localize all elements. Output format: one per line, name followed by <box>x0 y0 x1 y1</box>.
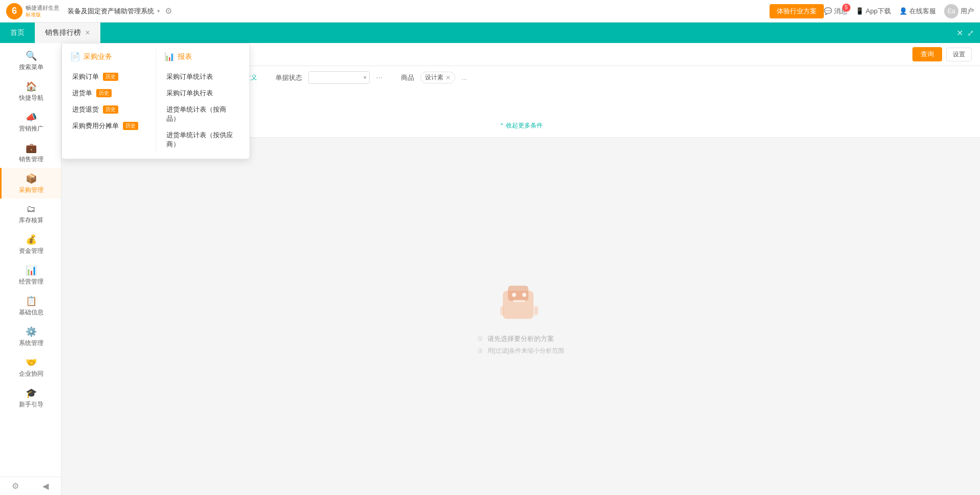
return-goods-hist-badge: 历史 <box>103 105 118 114</box>
trial-button[interactable]: 体验行业方案 <box>770 4 824 18</box>
incoming-order-hist-badge: 历史 <box>96 89 112 97</box>
product-more-dots[interactable]: ... <box>461 74 467 81</box>
svg-rect-5 <box>500 306 504 315</box>
sales-icon: 💼 <box>26 142 37 154</box>
purchase-section-title: 📄 采购业务 <box>70 50 147 63</box>
sidebar-bottom: ⚙ ◀ <box>0 477 61 495</box>
service-nav-item[interactable]: 👤 在线客服 <box>899 7 936 16</box>
purchase-order-hist-badge: 历史 <box>103 73 118 81</box>
sidebar-collapse-btn[interactable]: ◀ <box>31 481 61 491</box>
incoming-stats-supplier-item[interactable]: 进货单统计表（按供应商） <box>164 127 242 153</box>
empty-illustration <box>498 281 544 327</box>
sidebar-item-finance[interactable]: 💰 资金管理 <box>0 229 61 260</box>
system-title-text: 装备及固定资产辅助管理系统 <box>68 7 154 16</box>
purchase-expense-item[interactable]: 采购费用分摊单 历史 <box>70 118 147 134</box>
incoming-order-item[interactable]: 进货单 历史 <box>70 85 147 101</box>
purchase-section: 📄 采购业务 采购订单 历史 进货单 历史 进货退货 历史 采购费用分摊单 历史 <box>62 50 156 153</box>
message-nav-item[interactable]: 💬 消息 5 <box>824 7 847 16</box>
user-nav-item[interactable]: Ea 用户 <box>944 4 974 18</box>
sidebar: 🔍 搜索菜单 🏠 快捷导航 📣 营销推广 💼 销售管理 📦 采购管理 🗂 库存核… <box>0 43 61 495</box>
svg-point-3 <box>522 293 526 297</box>
sidebar-item-inventory[interactable]: 🗂 库存核算 <box>0 199 61 229</box>
voucher-status-label: 单据状态 <box>275 73 302 82</box>
purchase-section-icon: 📄 <box>70 52 80 61</box>
inventory-icon: 🗂 <box>27 204 36 214</box>
report-section: 📊 报表 采购订单统计表 采购订单执行表 进货单统计表（按商品） 进货单统计表（… <box>156 50 250 153</box>
report-section-icon: 📊 <box>164 52 175 61</box>
svg-point-2 <box>512 293 516 297</box>
product-tag-close-icon[interactable]: ✕ <box>445 74 451 81</box>
settings-small-button[interactable]: 设置 <box>946 48 972 61</box>
collapse-icon: ⌃ <box>499 122 504 130</box>
settings-icon[interactable]: ⚙ <box>165 6 172 16</box>
basic-icon: 📋 <box>26 295 37 307</box>
sidebar-item-sales[interactable]: 💼 销售管理 <box>0 137 61 168</box>
purchase-expense-hist-badge: 历史 <box>123 122 138 130</box>
sidebar-item-enterprise[interactable]: 🤝 企业协同 <box>0 352 61 382</box>
phone-icon: 📱 <box>856 7 864 15</box>
system-dropdown-icon[interactable]: ▾ <box>157 8 160 14</box>
logo-area: 6 畅捷通好生意 标准版 <box>6 3 68 19</box>
svg-rect-4 <box>513 300 525 302</box>
tab-close-window-icon[interactable]: ✕ <box>956 28 963 38</box>
purchase-order-item[interactable]: 采购订单 历史 <box>70 69 147 85</box>
sidebar-item-purchase[interactable]: 📦 采购管理 <box>0 168 61 199</box>
system-icon: ⚙️ <box>26 326 37 337</box>
return-goods-item[interactable]: 进货退货 历史 <box>70 101 147 118</box>
operation-icon: 📊 <box>26 265 37 276</box>
sidebar-item-basic[interactable]: 📋 基础信息 <box>0 290 61 321</box>
top-right-nav: 💬 消息 5 📱 App下载 👤 在线客服 Ea 用户 <box>824 4 974 18</box>
message-badge: 5 <box>842 4 850 12</box>
tab-bar-right: ✕ ⤢ <box>956 28 980 38</box>
tab-home[interactable]: 首页 <box>0 23 35 43</box>
sidebar-item-guide[interactable]: 🎓 新手引导 <box>0 382 61 413</box>
sidebar-item-operation[interactable]: 📊 经营管理 <box>0 260 61 290</box>
report-section-title: 📊 报表 <box>164 50 242 63</box>
sidebar-item-quick-nav[interactable]: 🏠 快捷导航 <box>0 76 61 106</box>
sidebar-item-search[interactable]: 🔍 搜索菜单 <box>0 45 61 76</box>
voucher-status-select-wrap <box>308 71 370 84</box>
query-button[interactable]: 查询 <box>912 47 942 61</box>
logo-text: 畅捷通好生意 标准版 <box>26 4 59 18</box>
home-icon: 🏠 <box>26 81 37 92</box>
marketing-icon: 📣 <box>26 112 37 123</box>
purchase-order-stats-item[interactable]: 采购订单统计表 <box>164 69 242 85</box>
tab-maximize-icon[interactable]: ⤢ <box>967 28 974 38</box>
product-tag: 设计素 ✕ <box>420 72 455 83</box>
voucher-status-dots: ⋯ <box>376 74 382 81</box>
system-title: 装备及固定资产辅助管理系统 ▾ ⚙ <box>68 6 763 16</box>
enterprise-icon: 🤝 <box>26 357 37 368</box>
avatar: Ea <box>944 4 958 18</box>
service-icon: 👤 <box>899 7 907 15</box>
svg-rect-6 <box>534 306 538 315</box>
tab-bar: 首页 销售排行榜 ✕ ✕ ⤢ <box>0 23 980 43</box>
purchase-icon: 📦 <box>26 173 37 184</box>
voucher-status-select[interactable] <box>308 71 370 84</box>
sidebar-settings-btn[interactable]: ⚙ <box>0 481 31 491</box>
sidebar-item-system[interactable]: ⚙️ 系统管理 <box>0 321 61 352</box>
app-nav-item[interactable]: 📱 App下载 <box>856 7 891 16</box>
guide-icon: 🎓 <box>26 388 37 399</box>
tab-sales-ranking[interactable]: 销售排行榜 ✕ <box>35 23 100 43</box>
dropdown-menu: 📄 采购业务 采购订单 历史 进货单 历史 进货退货 历史 采购费用分摊单 历史… <box>61 43 250 159</box>
collapse-button[interactable]: ⌃ 收起更多条件 <box>499 121 543 130</box>
empty-state: ① 请先选择要分析的方案 ② 用[过滤]条件来缩小分析范围 <box>61 138 980 495</box>
incoming-stats-product-item[interactable]: 进货单统计表（按商品） <box>164 101 242 127</box>
purchase-order-exec-item[interactable]: 采购订单执行表 <box>164 85 242 101</box>
logo-icon: 6 <box>6 3 23 19</box>
empty-hint-1: ① 请先选择要分析的方案 <box>477 334 554 343</box>
finance-icon: 💰 <box>26 234 37 245</box>
empty-hint-2: ② 用[过滤]条件来缩小分析范围 <box>477 347 565 355</box>
product-label: 商品 <box>401 73 414 82</box>
message-icon: 💬 <box>824 7 832 15</box>
search-icon: 🔍 <box>26 50 37 61</box>
top-bar: 6 畅捷通好生意 标准版 装备及固定资产辅助管理系统 ▾ ⚙ 体验行业方案 💬 … <box>0 0 980 23</box>
sidebar-item-marketing[interactable]: 📣 营销推广 <box>0 106 61 137</box>
tab-close-icon[interactable]: ✕ <box>85 29 90 36</box>
